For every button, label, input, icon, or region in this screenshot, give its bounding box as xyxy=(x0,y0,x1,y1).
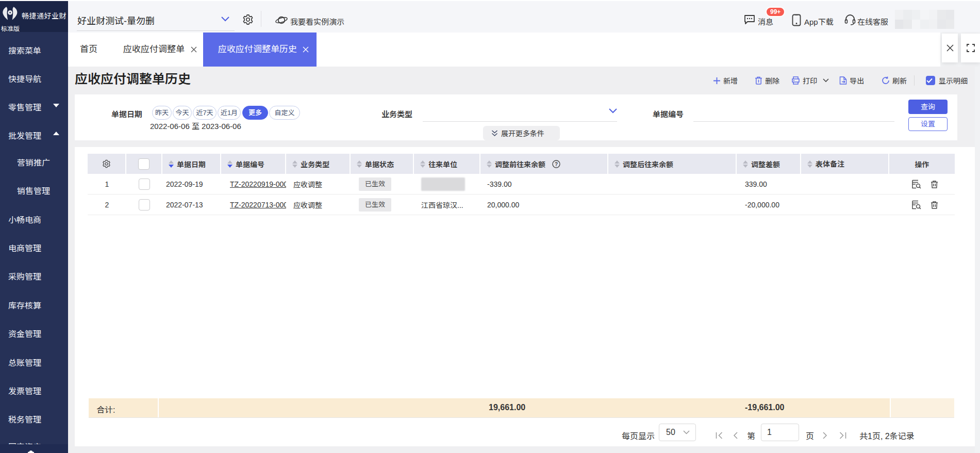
svg-text:?: ? xyxy=(555,161,558,167)
